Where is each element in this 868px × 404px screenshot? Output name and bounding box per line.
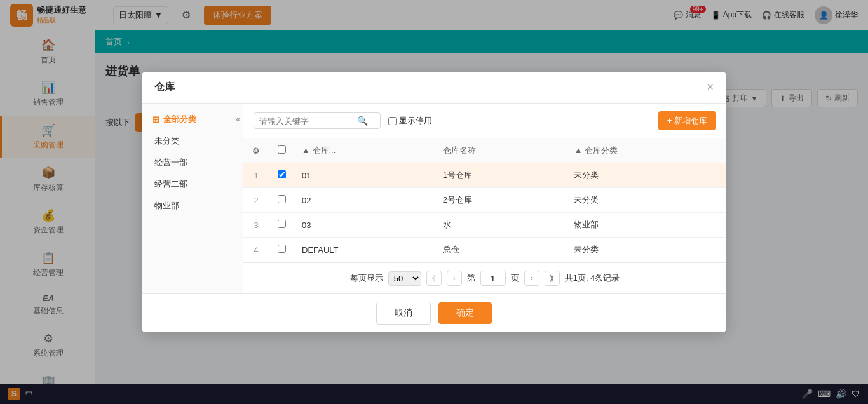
category-all[interactable]: ⊞ 全部分类 « [142, 109, 243, 130]
th-code[interactable]: ▲ 仓库... [294, 138, 435, 163]
row-category: 物业部 [566, 213, 726, 238]
row-code: 02 [294, 188, 435, 213]
th-name[interactable]: 仓库名称 [435, 138, 567, 163]
th-category[interactable]: ▲ 仓库分类 [566, 138, 726, 163]
modal-footer: 取消 确定 [142, 293, 726, 332]
row-code: 03 [294, 213, 435, 238]
table-row[interactable]: 4 DEFAULT 总仓 未分类 [243, 238, 726, 262]
row-name: 总仓 [435, 238, 567, 262]
row-index: 1 [243, 163, 269, 188]
category-item-unclassified[interactable]: 未分类 [142, 130, 243, 152]
modal-toolbar: 🔍 显示停用 + 新增仓库 [243, 104, 726, 138]
category-item-ops1[interactable]: 经营一部 [142, 152, 243, 173]
table-row[interactable]: 1 01 1号仓库 未分类 [243, 163, 726, 188]
row-name: 1号仓库 [435, 163, 567, 188]
row-check[interactable] [269, 163, 294, 188]
row-index: 4 [243, 238, 269, 262]
select-all-check[interactable] [278, 145, 286, 154]
th-check[interactable] [269, 138, 294, 163]
modal-overlay: 仓库 × ⊞ 全部分类 « 未分类 经营一部 经营二部 [0, 0, 868, 404]
last-page-btn[interactable]: ⟫ [545, 271, 560, 286]
row-check[interactable] [269, 238, 294, 262]
per-page-select[interactable]: 50 100 200 [388, 271, 421, 286]
modal-body: ⊞ 全部分类 « 未分类 经营一部 经营二部 物业部 [142, 104, 726, 293]
modal-title: 仓库 [154, 81, 175, 94]
table-row[interactable]: 3 03 水 物业部 [243, 213, 726, 238]
row-index: 2 [243, 188, 269, 213]
search-icon[interactable]: 🔍 [357, 116, 368, 126]
cancel-button[interactable]: 取消 [376, 302, 431, 325]
page-number-input[interactable] [480, 271, 506, 286]
table-row[interactable]: 2 02 2号仓库 未分类 [243, 188, 726, 213]
row-code: DEFAULT [294, 238, 435, 262]
row-code: 01 [294, 163, 435, 188]
search-box: 🔍 [254, 112, 381, 129]
modal-content-area: 🔍 显示停用 + 新增仓库 ⚙ [243, 104, 726, 293]
row-category: 未分类 [566, 238, 726, 262]
row-name: 水 [435, 213, 567, 238]
row-category: 未分类 [566, 188, 726, 213]
row-check[interactable] [269, 213, 294, 238]
confirm-button[interactable]: 确定 [438, 302, 492, 324]
modal-table: ⚙ ▲ 仓库... 仓库名称 ▲ [243, 138, 726, 262]
th-gear[interactable]: ⚙ [243, 138, 269, 163]
next-page-btn[interactable]: › [524, 271, 539, 286]
category-item-property[interactable]: 物业部 [142, 195, 243, 217]
search-input[interactable] [259, 116, 355, 126]
table-header-row: ⚙ ▲ 仓库... 仓库名称 ▲ [243, 138, 726, 163]
modal-pagination: 每页显示 50 100 200 ⟪ ‹ 第 页 › ⟫ 共1页, 4条记录 [243, 262, 726, 293]
show-disabled-check[interactable] [388, 117, 397, 125]
warehouse-modal: 仓库 × ⊞ 全部分类 « 未分类 经营一部 经营二部 [142, 72, 726, 332]
row-name: 2号仓库 [435, 188, 567, 213]
row-check[interactable] [269, 188, 294, 213]
category-item-ops2[interactable]: 经营二部 [142, 173, 243, 195]
modal-close-button[interactable]: × [707, 81, 714, 94]
first-page-btn[interactable]: ⟪ [426, 271, 442, 286]
grid-icon: ⊞ [152, 114, 159, 125]
prev-page-btn[interactable]: ‹ [447, 271, 462, 286]
show-disabled-checkbox[interactable]: 显示停用 [388, 115, 432, 126]
row-index: 3 [243, 213, 269, 238]
modal-header: 仓库 × [142, 72, 726, 104]
collapse-icon[interactable]: « [236, 115, 240, 124]
row-category: 未分类 [566, 163, 726, 188]
add-warehouse-button[interactable]: + 新增仓库 [658, 111, 716, 130]
modal-category-sidebar: ⊞ 全部分类 « 未分类 经营一部 经营二部 物业部 [142, 104, 243, 293]
